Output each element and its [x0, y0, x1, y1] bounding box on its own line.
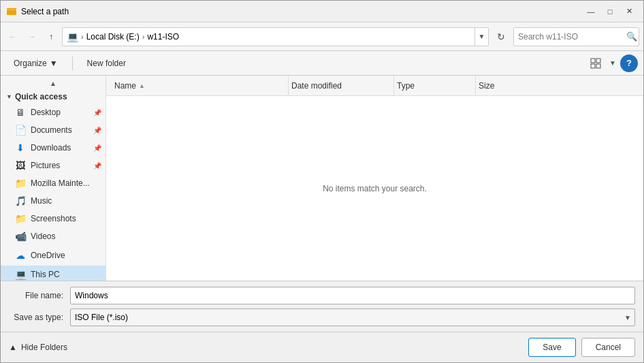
svg-rect-4: [591, 64, 595, 68]
quick-access-label: Quick access: [15, 92, 67, 101]
path-thispc-icon: 💻: [67, 31, 78, 42]
quick-access-header[interactable]: ▼ Quick access: [1, 90, 106, 104]
cancel-button[interactable]: Cancel: [581, 338, 635, 357]
savetype-label: Save as type:: [9, 313, 70, 322]
onedrive-section: ☁ OneDrive: [1, 247, 106, 264]
action-buttons: Save Cancel: [528, 338, 635, 357]
hide-folders-label: Hide Folders: [21, 343, 67, 352]
pictures-pin-icon: 📌: [93, 162, 101, 170]
filename-row: File name:: [9, 287, 635, 304]
sidebar-item-music[interactable]: 🎵 Music: [1, 192, 106, 210]
up-button[interactable]: ↑: [43, 29, 59, 45]
quick-access-section: ▼ Quick access 🖥 Desktop 📌 📄 Documents 📌…: [1, 90, 106, 245]
close-button[interactable]: ✕: [620, 4, 638, 19]
svg-rect-5: [596, 64, 600, 68]
col-header-type[interactable]: Type: [394, 76, 476, 95]
documents-label: Documents: [31, 125, 89, 135]
music-icon: 🎵: [14, 195, 27, 206]
savetype-select[interactable]: ISO File (*.iso): [70, 309, 635, 326]
maximize-button[interactable]: □: [601, 4, 619, 19]
search-icon-button[interactable]: 🔍: [624, 27, 639, 46]
name-sort-icon: ▲: [139, 82, 145, 89]
col-header-date[interactable]: Date modified: [289, 76, 394, 95]
documents-pin-icon: 📌: [93, 127, 101, 134]
back-button[interactable]: ←: [5, 29, 21, 45]
desktop-pin-icon: 📌: [93, 109, 101, 116]
view-button[interactable]: [586, 54, 605, 72]
sidebar-item-onedrive[interactable]: ☁ OneDrive: [1, 247, 106, 264]
sidebar-item-videos[interactable]: 📹 Videos: [1, 227, 106, 245]
quick-access-expand-icon: ▼: [6, 93, 12, 100]
file-list: No items match your search.: [106, 96, 643, 281]
thispc-icon: 💻: [14, 269, 27, 280]
svg-rect-2: [591, 59, 595, 63]
title-controls: — □ ✕: [582, 4, 638, 19]
filename-label: File name:: [9, 291, 70, 300]
address-bar: ← → ↑ 💻 › Local Disk (E:) › w11-ISO ▼ ↻ …: [1, 22, 643, 51]
title-text: Select a path: [21, 7, 582, 16]
downloads-icon: ⬇: [14, 142, 27, 153]
search-input[interactable]: [514, 32, 624, 42]
savetype-select-wrapper: ISO File (*.iso) ▼: [70, 309, 635, 326]
onedrive-label: OneDrive: [31, 251, 101, 260]
desktop-icon: 🖥: [14, 107, 27, 118]
dialog-window: Select a path — □ ✕ ← → ↑ 💻 › Local Disk…: [0, 0, 644, 363]
path-dropdown-button[interactable]: ▼: [474, 28, 488, 46]
save-button[interactable]: Save: [528, 338, 575, 357]
onedrive-icon: ☁: [14, 250, 27, 261]
thispc-section: 💻 This PC: [1, 266, 106, 281]
col-header-name[interactable]: Name ▲: [112, 76, 289, 95]
sidebar-item-documents[interactable]: 📄 Documents 📌: [1, 121, 106, 139]
hide-folders-button[interactable]: ▲ Hide Folders: [9, 343, 67, 352]
sidebar-item-downloads[interactable]: ⬇ Downloads 📌: [1, 139, 106, 157]
hide-folders-icon: ▲: [9, 343, 17, 352]
filename-input[interactable]: [70, 287, 635, 304]
organize-button[interactable]: Organize ▼: [6, 54, 65, 72]
desktop-label: Desktop: [31, 108, 89, 117]
scroll-up-arrow: ▲: [50, 80, 57, 87]
screenshots-label: Screenshots: [31, 214, 101, 223]
empty-message: No items match your search.: [323, 184, 427, 193]
sidebar-item-thispc[interactable]: 💻 This PC: [1, 266, 106, 281]
downloads-pin-icon: 📌: [93, 144, 101, 152]
toolbar-separator: [72, 57, 73, 70]
minimize-button[interactable]: —: [582, 4, 600, 19]
organize-dropdown-icon: ▼: [50, 59, 58, 68]
scroll-up-indicator: ▲: [1, 78, 106, 89]
thispc-label: This PC: [31, 270, 101, 279]
pictures-icon: 🖼: [14, 160, 27, 171]
downloads-label: Downloads: [31, 143, 89, 153]
music-label: Music: [31, 196, 101, 206]
col-header-size[interactable]: Size: [476, 76, 537, 95]
path-w11iso: w11-ISO: [147, 32, 179, 42]
toolbar: Organize ▼ New folder ▼ ?: [1, 51, 643, 76]
refresh-button[interactable]: ↻: [492, 27, 511, 46]
sidebar-item-screenshots[interactable]: 📁 Screenshots: [1, 210, 106, 227]
bottom-form: File name: Save as type: ISO File (*.iso…: [1, 281, 643, 332]
new-folder-button[interactable]: New folder: [80, 54, 133, 72]
videos-icon: 📹: [14, 231, 27, 242]
help-button[interactable]: ?: [620, 54, 638, 72]
content-area: ▲ ▼ Quick access 🖥 Desktop 📌 📄 Documents…: [1, 76, 643, 281]
view-icon: [590, 58, 601, 69]
address-path[interactable]: 💻 › Local Disk (E:) › w11-ISO ▼: [62, 27, 489, 46]
sidebar: ▲ ▼ Quick access 🖥 Desktop 📌 📄 Documents…: [1, 76, 106, 281]
forward-button[interactable]: →: [24, 29, 40, 45]
sidebar-item-desktop[interactable]: 🖥 Desktop 📌: [1, 104, 106, 121]
mozilla-label: Mozilla Mainte...: [31, 178, 101, 188]
sidebar-item-pictures[interactable]: 🖼 Pictures 📌: [1, 157, 106, 174]
column-headers: Name ▲ Date modified Type Size: [106, 76, 643, 96]
sidebar-item-mozilla[interactable]: 📁 Mozilla Mainte...: [1, 174, 106, 192]
svg-rect-3: [596, 59, 600, 63]
screenshots-icon: 📁: [14, 213, 27, 224]
title-bar: Select a path — □ ✕: [1, 1, 643, 22]
view-dropdown-icon: ▼: [609, 59, 616, 67]
title-icon: [6, 6, 17, 17]
toolbar-right: ▼ ?: [586, 54, 638, 72]
path-localdisk: Local Disk (E:): [86, 32, 140, 42]
file-area: Name ▲ Date modified Type Size No items …: [106, 76, 643, 281]
mozilla-icon: 📁: [14, 178, 27, 189]
savetype-row: Save as type: ISO File (*.iso) ▼: [9, 309, 635, 326]
search-box: 🔍: [513, 27, 639, 46]
action-bar: ▲ Hide Folders Save Cancel: [1, 332, 643, 362]
